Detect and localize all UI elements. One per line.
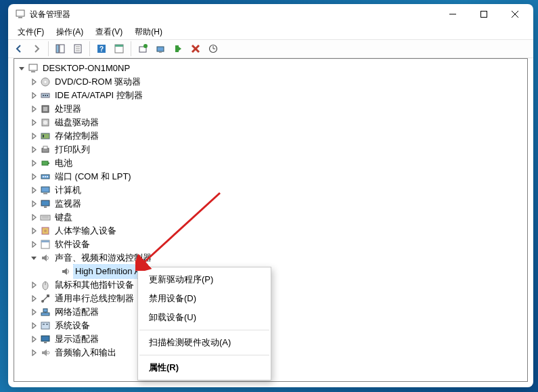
tree-category-label: DVD/CD-ROM 驱动器 — [53, 75, 142, 89]
menu-view[interactable]: 查看(V) — [90, 25, 128, 39]
tree-category[interactable]: DVD/CD-ROM 驱动器 — [14, 75, 527, 89]
svg-point-27 — [45, 81, 47, 83]
svg-rect-33 — [43, 107, 47, 111]
cm-update-driver[interactable]: 更新驱动程序(P) — [138, 270, 271, 289]
tree-category[interactable]: 电池 — [14, 156, 527, 170]
svg-rect-47 — [43, 193, 47, 194]
tb-console-button[interactable] — [111, 41, 127, 56]
svg-point-35 — [43, 121, 47, 125]
chevron-right-icon[interactable] — [29, 321, 39, 330]
tree-category-label: 计算机 — [53, 183, 83, 197]
menu-action[interactable]: 操作(A) — [51, 25, 89, 39]
chevron-right-icon[interactable] — [29, 186, 39, 195]
tb-show-hide-tree-button[interactable] — [52, 41, 68, 56]
chevron-down-icon[interactable] — [29, 253, 39, 263]
chevron-right-icon[interactable] — [29, 91, 39, 100]
window-controls — [437, 4, 531, 24]
tree-category[interactable]: 人体学输入设备 — [14, 224, 527, 238]
port-icon — [40, 171, 51, 182]
chevron-right-icon[interactable] — [29, 172, 39, 181]
ide-icon — [40, 90, 51, 101]
svg-rect-65 — [41, 322, 49, 329]
nav-back-button[interactable] — [11, 41, 27, 56]
chevron-right-icon[interactable] — [29, 158, 39, 168]
chevron-right-icon[interactable] — [29, 104, 39, 114]
tree-category[interactable]: 计算机 — [14, 183, 527, 197]
svg-rect-63 — [43, 309, 47, 312]
disk-icon — [40, 117, 51, 128]
tree-category[interactable]: 键盘 — [14, 211, 527, 224]
chevron-down-icon[interactable] — [17, 64, 26, 73]
tree-category-label: 通用串行总线控制器 — [53, 292, 135, 305]
tree-category[interactable]: 处理器 — [14, 102, 527, 116]
tb-update-driver-button[interactable] — [152, 41, 169, 56]
menu-file[interactable]: 文件(F) — [12, 25, 49, 39]
storage-icon — [40, 131, 51, 141]
cm-uninstall-device[interactable]: 卸载设备(U) — [138, 308, 271, 327]
cm-disable-device[interactable]: 禁用设备(D) — [138, 289, 271, 308]
tree-category-label: 声音、视频和游戏控制器 — [53, 251, 153, 265]
tree-root[interactable]: DESKTOP-ON1M0NP — [14, 62, 527, 75]
tb-refresh-button[interactable] — [205, 41, 221, 56]
cm-scan-hardware[interactable]: 扫描检测硬件改动(A) — [138, 333, 271, 352]
printer-icon — [40, 144, 51, 155]
chevron-right-icon[interactable] — [29, 226, 39, 236]
battery-icon — [40, 158, 51, 169]
chevron-right-icon[interactable] — [29, 294, 39, 303]
tree-category[interactable]: 存储控制器 — [14, 129, 527, 143]
tree-category[interactable]: IDE ATA/ATAPI 控制器 — [14, 89, 527, 102]
svg-rect-39 — [43, 146, 47, 149]
title-bar: 设备管理器 — [8, 4, 533, 24]
tree-category[interactable]: 打印队列 — [14, 143, 527, 156]
svg-rect-0 — [16, 10, 24, 16]
close-button[interactable] — [499, 4, 531, 24]
maximize-button[interactable] — [468, 4, 499, 24]
menu-help[interactable]: 帮助(H) — [129, 25, 168, 39]
chevron-right-icon[interactable] — [29, 118, 39, 127]
tree-category[interactable]: 监视器 — [14, 197, 527, 211]
network-icon — [40, 307, 51, 318]
tb-scan-hardware-button[interactable] — [135, 41, 151, 56]
tb-properties-button[interactable] — [70, 41, 86, 56]
window-title: 设备管理器 — [30, 9, 70, 20]
cpu-icon — [40, 104, 51, 114]
chevron-right-icon[interactable] — [29, 145, 39, 154]
svg-point-44 — [45, 176, 46, 177]
monitor-icon — [40, 198, 51, 209]
context-menu: 更新驱动程序(P) 禁用设备(D) 卸载设备(U) 扫描检测硬件改动(A) 属性… — [137, 267, 271, 380]
tree-category[interactable]: 端口 (COM 和 LPT) — [14, 170, 527, 183]
audioio-icon — [40, 347, 51, 358]
hid-icon — [40, 225, 51, 236]
svg-rect-69 — [44, 342, 47, 343]
speaker-icon — [60, 266, 71, 277]
tree-category[interactable]: 磁盘驱动器 — [14, 116, 527, 129]
nav-forward-button[interactable] — [28, 41, 45, 56]
tb-help-button[interactable]: ? — [93, 41, 110, 56]
minimize-button[interactable] — [437, 4, 468, 24]
cm-properties[interactable]: 属性(R) — [138, 358, 271, 377]
chevron-right-icon[interactable] — [29, 334, 39, 344]
chevron-right-icon[interactable] — [29, 280, 39, 290]
chevron-right-icon[interactable] — [29, 307, 39, 317]
menu-bar: 文件(F) 操作(A) 查看(V) 帮助(H) — [8, 24, 533, 39]
svg-rect-61 — [47, 295, 49, 297]
chevron-right-icon[interactable] — [29, 131, 39, 141]
svg-rect-48 — [41, 200, 49, 206]
tree-category[interactable]: 声音、视频和游戏控制器 — [14, 251, 527, 265]
svg-rect-20 — [175, 45, 179, 52]
chevron-right-icon[interactable] — [29, 348, 39, 357]
chevron-right-icon[interactable] — [29, 240, 39, 249]
svg-rect-40 — [42, 161, 48, 165]
chevron-right-icon[interactable] — [29, 77, 39, 87]
chevron-right-icon[interactable] — [29, 199, 39, 209]
tree-root-label: DESKTOP-ON1M0NP — [41, 62, 131, 75]
keyboard-icon — [40, 212, 51, 223]
tree-category[interactable]: 软件设备 — [14, 238, 527, 251]
cm-separator — [139, 355, 269, 355]
tree-category-label: 电池 — [53, 156, 74, 170]
chevron-right-icon[interactable] — [29, 213, 39, 222]
tree-category-label: 音频输入和输出 — [53, 346, 118, 360]
tb-enable-button[interactable] — [170, 41, 186, 56]
display-icon — [40, 334, 51, 345]
tb-uninstall-button[interactable] — [187, 41, 204, 56]
